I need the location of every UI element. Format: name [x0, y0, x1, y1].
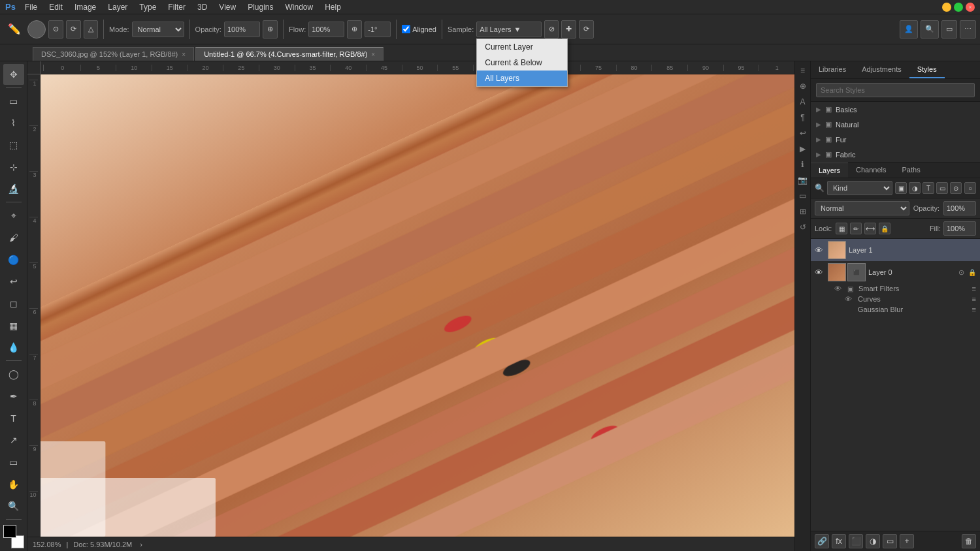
menu-filter[interactable]: Filter: [163, 1, 191, 13]
brush-tool[interactable]: 🖌: [3, 227, 24, 248]
healing-brush-tool[interactable]: ⌖: [3, 205, 24, 226]
flow-input[interactable]: [308, 22, 344, 37]
shape-tool[interactable]: ▭: [3, 452, 24, 473]
angle-input[interactable]: [365, 22, 391, 37]
smart-filters-row[interactable]: 👁 ▣ Smart Filters ≡: [811, 283, 980, 294]
crop-tool[interactable]: ⊹: [3, 157, 24, 178]
tab-layers[interactable]: Layers: [811, 163, 848, 178]
side-frame-icon[interactable]: ▭: [796, 189, 809, 202]
opacity-toggle[interactable]: ⊕: [263, 20, 278, 39]
menu-edit[interactable]: Edit: [44, 1, 68, 13]
menu-plugins[interactable]: Plugins: [242, 1, 278, 13]
healing-tool-btn[interactable]: ✚: [561, 20, 576, 39]
clone-stamp-tool[interactable]: 🔵: [3, 249, 24, 270]
text-tool[interactable]: T: [3, 408, 24, 429]
canvas-container[interactable]: [41, 74, 794, 537]
side-rotate-icon[interactable]: ↺: [796, 221, 809, 234]
layer-0-visibility[interactable]: 👁: [815, 268, 825, 277]
delete-layer-btn[interactable]: 🗑: [962, 534, 976, 548]
styles-item-fabric[interactable]: ▶ ▣ Fabric: [811, 147, 980, 162]
filter-type-btn[interactable]: T: [923, 182, 934, 194]
smart-filters-visibility[interactable]: 👁: [834, 285, 845, 292]
new-adjustment-btn[interactable]: ◑: [866, 534, 880, 548]
hand-tool[interactable]: ✋: [3, 474, 24, 495]
brush-toggle2[interactable]: △: [84, 20, 98, 39]
side-camera-icon[interactable]: 📷: [796, 174, 809, 187]
mode-select[interactable]: Normal Multiply Screen: [132, 22, 184, 37]
side-type-icon[interactable]: ¶: [796, 111, 809, 124]
pen-tool[interactable]: ✒: [3, 386, 24, 407]
minimize-button[interactable]: [942, 3, 951, 12]
styles-item-basics[interactable]: ▶ ▣ Basics: [811, 102, 980, 117]
lasso-tool[interactable]: ⌇: [3, 112, 24, 133]
side-info-icon[interactable]: ℹ: [796, 158, 809, 171]
close-button[interactable]: ×: [966, 3, 975, 12]
filter-smart-btn[interactable]: ⊙: [950, 182, 962, 194]
lock-artboard-btn[interactable]: ⟷: [864, 223, 876, 234]
tab-paths[interactable]: Paths: [894, 163, 928, 178]
menu-image[interactable]: Image: [69, 1, 101, 13]
styles-item-fur[interactable]: ▶ ▣ Fur: [811, 132, 980, 147]
layers-opacity-input[interactable]: 100%: [943, 201, 976, 215]
smart-filters-action[interactable]: ≡: [972, 285, 976, 292]
status-arrow[interactable]: ›: [140, 541, 142, 548]
eraser-tool[interactable]: ◻: [3, 293, 24, 314]
new-layer-btn[interactable]: +: [900, 534, 914, 548]
aligned-check-label[interactable]: Aligned: [402, 25, 436, 33]
side-libraries-icon[interactable]: ≡: [796, 64, 809, 77]
menu-3d[interactable]: 3D: [192, 1, 212, 13]
extra-tool-btn[interactable]: ⟳: [579, 20, 594, 39]
brush-size-input[interactable]: ⊙: [48, 20, 63, 39]
fx-btn[interactable]: fx: [832, 534, 846, 548]
more-icon[interactable]: ⋯: [960, 20, 976, 39]
side-grid-icon[interactable]: ⊞: [796, 205, 809, 218]
dodge-tool[interactable]: ◯: [3, 364, 24, 385]
maximize-button[interactable]: [954, 3, 963, 12]
side-actions-icon[interactable]: ▶: [796, 142, 809, 155]
menu-file[interactable]: File: [20, 1, 42, 13]
styles-search-input[interactable]: [816, 83, 975, 97]
tab-styles[interactable]: Styles: [909, 61, 945, 78]
menu-window[interactable]: Window: [280, 1, 319, 13]
tab-adjustments[interactable]: Adjustments: [854, 61, 909, 78]
menu-help[interactable]: Help: [319, 1, 346, 13]
gaussian-blur-action[interactable]: ≡: [972, 306, 976, 313]
aligned-checkbox[interactable]: [402, 25, 410, 33]
side-styles-icon[interactable]: A: [796, 95, 809, 108]
layer-1-visibility[interactable]: 👁: [815, 245, 825, 255]
flow-toggle[interactable]: ⊕: [347, 20, 362, 39]
filter-adjustment-btn[interactable]: ◑: [909, 182, 921, 194]
sample-extra-btn[interactable]: ⊘: [544, 20, 559, 39]
tab-0[interactable]: DSC_3060.jpg @ 152% (Layer 1, RGB/8#) ×: [33, 47, 194, 61]
tab-0-close[interactable]: ×: [182, 51, 186, 58]
curves-filter-row[interactable]: 👁 Curves ≡: [811, 294, 980, 304]
blur-tool[interactable]: 💧: [3, 338, 24, 358]
blend-mode-select[interactable]: Normal Multiply Screen Overlay: [815, 201, 909, 215]
sample-dropdown[interactable]: All Layers ▼: [476, 22, 542, 37]
fill-input[interactable]: 100%: [943, 221, 976, 236]
layer-row-1[interactable]: 👁 Layer 1: [811, 239, 980, 261]
filter-shape-btn[interactable]: ▭: [936, 182, 948, 194]
move-tool[interactable]: ✥: [3, 64, 24, 85]
gaussian-blur-row[interactable]: 👁 Gaussian Blur ≡: [811, 304, 980, 315]
tab-libraries[interactable]: Libraries: [811, 61, 854, 78]
tab-1-close[interactable]: ×: [371, 51, 375, 58]
layer-row-0[interactable]: 👁 ⬛ Layer 0 ⊙ 🔒: [811, 261, 980, 283]
side-history-icon[interactable]: ↩: [796, 127, 809, 140]
search-icon[interactable]: 🔍: [921, 20, 939, 39]
opacity-input[interactable]: [224, 22, 260, 37]
curves-action[interactable]: ≡: [972, 295, 976, 303]
menu-layer[interactable]: Layer: [103, 1, 133, 13]
lock-position-btn[interactable]: ✏: [850, 223, 862, 234]
menu-type[interactable]: Type: [134, 1, 161, 13]
add-mask-btn[interactable]: ⬛: [849, 534, 863, 548]
sample-option-current-below[interactable]: Current & Below: [477, 55, 567, 71]
styles-item-natural[interactable]: ▶ ▣ Natural: [811, 117, 980, 132]
lock-pixels-btn[interactable]: ▦: [836, 223, 847, 234]
brush-tool-option[interactable]: ✏️: [4, 20, 25, 39]
side-adjustments-icon[interactable]: ⊕: [796, 80, 809, 93]
tab-1[interactable]: Untitled-1 @ 66.7% (4.Curves-smart-filte…: [195, 47, 384, 61]
history-brush-tool[interactable]: ↩: [3, 271, 24, 292]
curves-visibility[interactable]: 👁: [845, 295, 855, 303]
sample-option-all-layers[interactable]: All Layers: [477, 71, 567, 86]
